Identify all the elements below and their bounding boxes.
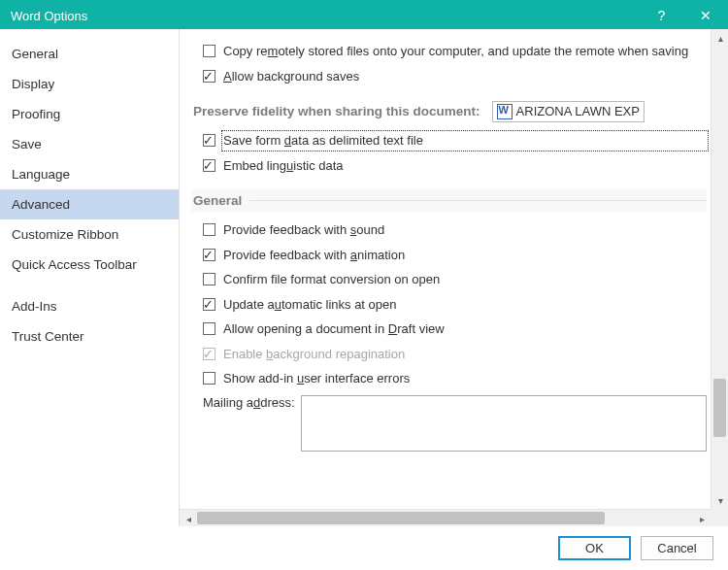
sidebar: General Display Proofing Save Language A… [0, 29, 180, 526]
sidebar-item-proofing[interactable]: Proofing [0, 99, 179, 129]
document-picker[interactable]: ARIZONA LAWN EXP [492, 101, 645, 122]
help-button[interactable]: ? [640, 1, 683, 30]
scroll-area: Copy remotely stored files onto your com… [180, 29, 711, 509]
checkbox-icon[interactable] [203, 298, 215, 311]
option-copy-remote-files[interactable]: Copy remotely stored files onto your com… [191, 39, 707, 64]
sidebar-item-save[interactable]: Save [0, 129, 179, 159]
word-doc-icon [497, 104, 513, 119]
sidebar-item-language[interactable]: Language [0, 159, 179, 189]
section-general: General [191, 189, 707, 212]
option-label: Allow background saves [223, 68, 707, 85]
scroll-up-icon[interactable]: ▴ [711, 29, 728, 47]
option-label: Show add-in user interface errors [223, 370, 707, 387]
section-preserve-fidelity: Preserve fidelity when sharing this docu… [191, 100, 707, 122]
section-label: General [191, 189, 244, 212]
option-feedback-animation[interactable]: Provide feedback with animation [191, 243, 707, 268]
option-allow-background-saves[interactable]: Allow background saves [191, 64, 707, 89]
checkbox-icon[interactable] [203, 223, 215, 236]
scroll-corner [711, 509, 728, 526]
sidebar-item-customize-ribbon[interactable]: Customize Ribbon [0, 219, 179, 250]
horizontal-scrollbar[interactable]: ◂ ▸ [180, 509, 711, 526]
checkbox-icon[interactable] [203, 322, 215, 335]
sidebar-item-advanced[interactable]: Advanced [0, 189, 179, 219]
option-feedback-sound[interactable]: Provide feedback with sound [191, 218, 707, 243]
sidebar-item-add-ins[interactable]: Add-Ins [0, 291, 179, 321]
sidebar-item-display[interactable]: Display [0, 69, 179, 99]
checkbox-icon[interactable] [203, 273, 215, 285]
close-button[interactable]: ✕ [683, 1, 727, 30]
option-label: Provide feedback with animation [223, 247, 707, 264]
option-label: Copy remotely stored files onto your com… [223, 43, 707, 60]
option-label: Update automatic links at open [223, 296, 707, 314]
option-save-form-data-delimited[interactable]: Save form data as delimited text file [191, 128, 707, 153]
option-label: Provide feedback with sound [223, 221, 707, 239]
checkbox-icon[interactable] [203, 70, 215, 83]
sidebar-item-quick-access-toolbar[interactable]: Quick Access Toolbar [0, 250, 179, 280]
scroll-thumb[interactable] [713, 379, 726, 437]
option-confirm-file-format-conversion[interactable]: Confirm file format conversion on open [191, 267, 707, 292]
window-title: Word Options [11, 9, 640, 23]
checkbox-icon[interactable] [203, 372, 215, 385]
option-embed-linguistic-data[interactable]: Embed linguistic data [191, 153, 707, 179]
scroll-right-icon[interactable]: ▸ [693, 510, 711, 526]
scroll-thumb[interactable] [197, 512, 605, 524]
titlebar: Word Options ? ✕ [1, 1, 727, 30]
option-label: Embed linguistic data [223, 157, 707, 175]
mailing-address-input[interactable] [301, 395, 707, 452]
mailing-address-label: Mailing address: [203, 395, 295, 410]
option-label: Allow opening a document in Draft view [223, 320, 707, 338]
option-allow-draft-view[interactable]: Allow opening a document in Draft view [191, 317, 707, 342]
option-background-repagination: Enable background repagination [191, 342, 707, 367]
option-label: Save form data as delimited text file [223, 132, 707, 150]
checkbox-icon [203, 348, 215, 360]
option-show-addin-ui-errors[interactable]: Show add-in user interface errors [191, 366, 707, 391]
section-label: Preserve fidelity when sharing this docu… [191, 100, 482, 122]
document-name: ARIZONA LAWN EXP [516, 104, 640, 118]
option-update-automatic-links[interactable]: Update automatic links at open [191, 292, 707, 318]
checkbox-icon[interactable] [203, 159, 215, 172]
body: General Display Proofing Save Language A… [0, 29, 728, 526]
checkbox-icon[interactable] [203, 249, 215, 261]
sidebar-item-trust-center[interactable]: Trust Center [0, 321, 179, 352]
ok-button[interactable]: OK [558, 536, 631, 560]
footer: OK Cancel [0, 526, 728, 570]
checkbox-icon[interactable] [203, 134, 215, 147]
checkbox-icon[interactable] [203, 45, 215, 57]
option-label: Confirm file format conversion on open [223, 271, 707, 288]
scroll-left-icon[interactable]: ◂ [180, 510, 197, 526]
vertical-scrollbar[interactable]: ▴ ▾ [711, 29, 728, 509]
cancel-button[interactable]: Cancel [641, 536, 713, 560]
option-label: Enable background repagination [223, 346, 707, 363]
sidebar-item-general[interactable]: General [0, 39, 179, 69]
mailing-address-row: Mailing address: [191, 391, 707, 455]
content-pane: Copy remotely stored files onto your com… [180, 29, 728, 526]
scroll-down-icon[interactable]: ▾ [711, 491, 728, 509]
